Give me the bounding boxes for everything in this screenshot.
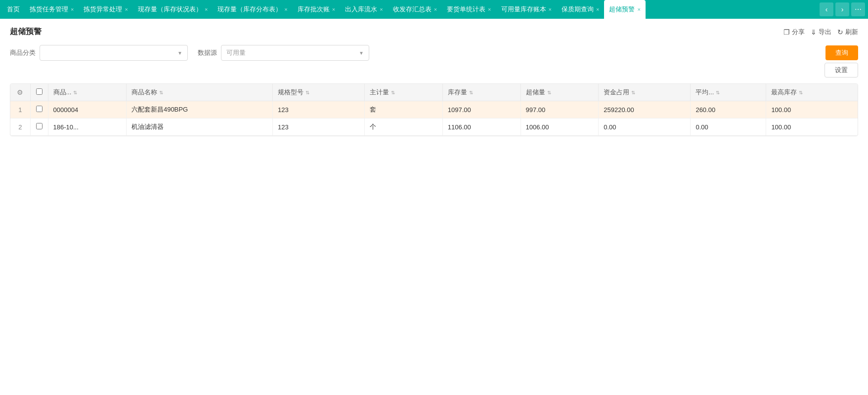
chevron-down-icon: ▼ xyxy=(359,50,364,56)
row-max: 100.00 xyxy=(766,101,858,118)
nav-available[interactable]: 可用量库存账本 × xyxy=(496,0,557,19)
nav-arrows: ‹ › ⋯ xyxy=(819,2,866,16)
close-icon[interactable]: × xyxy=(637,6,640,12)
row-spec: 123 xyxy=(272,101,364,118)
refresh-button[interactable]: ↻ 刷新 xyxy=(837,28,858,37)
sort-icon: ⇅ xyxy=(799,90,803,95)
nav-batch-account[interactable]: 库存批次账 × xyxy=(293,0,340,19)
datasource-label: 数据源 xyxy=(198,48,217,57)
settings-button[interactable]: 设置 xyxy=(825,63,858,78)
row-num: 1 xyxy=(10,101,30,118)
sort-icon: ⇅ xyxy=(73,90,77,95)
table-row: 2 186-10... 机油滤清器 123 个 1106.00 1006.00 … xyxy=(10,118,858,136)
close-icon[interactable]: × xyxy=(125,6,128,12)
row-num: 2 xyxy=(10,118,30,136)
row-capital: 0.00 xyxy=(599,118,691,136)
category-select[interactable]: ▼ xyxy=(40,45,188,61)
nav-next-btn[interactable]: › xyxy=(835,2,849,16)
sort-icon: ⇅ xyxy=(469,90,473,95)
row-spec: 123 xyxy=(272,118,364,136)
nav-inventory-dist[interactable]: 现存量（库存分布表） × xyxy=(213,0,292,19)
row-avg: 0.00 xyxy=(691,118,766,136)
close-icon[interactable]: × xyxy=(205,6,208,12)
gear-icon[interactable]: ⚙ xyxy=(17,88,23,96)
row-stock: 1106.00 xyxy=(442,118,521,136)
sort-icon: ⇅ xyxy=(547,90,551,95)
row-max: 100.00 xyxy=(766,118,858,136)
category-filter-group: 商品分类 ▼ xyxy=(10,45,188,61)
close-icon[interactable]: × xyxy=(71,6,74,12)
row-checkbox-cell xyxy=(30,118,48,136)
nav-exception[interactable]: 拣货异常处理 × xyxy=(79,0,132,19)
close-icon[interactable]: × xyxy=(434,6,437,12)
category-label: 商品分类 xyxy=(10,48,36,57)
th-settings: ⚙ xyxy=(10,84,30,101)
th-max: 最高库存 ⇅ xyxy=(766,84,858,101)
row-code: 186-10... xyxy=(48,118,126,136)
sort-icon: ⇅ xyxy=(391,90,395,95)
row-stock: 1097.00 xyxy=(442,101,521,118)
page-header: 超储预警 ❐ 分享 ⇓ 导出 ↻ 刷新 xyxy=(10,27,858,37)
close-icon[interactable]: × xyxy=(488,6,491,12)
nav-task-mgmt[interactable]: 拣货任务管理 × xyxy=(25,0,79,19)
close-icon[interactable]: × xyxy=(380,6,383,12)
datasource-select-value: 可用量 xyxy=(226,48,246,57)
nav-more-btn[interactable]: ⋯ xyxy=(851,2,865,16)
row-checkbox[interactable] xyxy=(36,123,43,129)
row-unit: 套 xyxy=(365,101,443,118)
row-name: 六配套新昌490BPG xyxy=(126,101,272,118)
share-button[interactable]: ❐ 分享 xyxy=(783,28,805,37)
th-name: 商品名称 ⇅ xyxy=(126,84,272,101)
page-content: 超储预警 ❐ 分享 ⇓ 导出 ↻ 刷新 商品分类 ▼ xyxy=(0,19,868,144)
row-over: 1006.00 xyxy=(521,118,599,136)
th-avg: 平均... ⇅ xyxy=(691,84,766,101)
sort-icon: ⇅ xyxy=(716,90,720,95)
row-checkbox[interactable] xyxy=(36,106,43,112)
row-unit: 个 xyxy=(365,118,443,136)
nav-home[interactable]: 首页 xyxy=(2,0,25,19)
export-icon: ⇓ xyxy=(811,28,817,36)
nav-overstock[interactable]: 超储预警 × xyxy=(604,0,645,19)
share-icon: ❐ xyxy=(783,28,790,36)
header-actions: ❐ 分享 ⇓ 导出 ↻ 刷新 xyxy=(783,28,858,37)
row-avg: 260.00 xyxy=(691,101,766,118)
nav-expiry[interactable]: 保质期查询 × xyxy=(557,0,604,19)
row-code: 0000004 xyxy=(48,101,126,118)
th-spec: 规格型号 ⇅ xyxy=(272,84,364,101)
nav-prev-btn[interactable]: ‹ xyxy=(820,2,833,16)
filter-actions: 查询 xyxy=(825,45,858,60)
sort-icon: ⇅ xyxy=(631,90,635,95)
row-capital: 259220.00 xyxy=(599,101,691,118)
query-button[interactable]: 查询 xyxy=(825,45,858,60)
datasource-select[interactable]: 可用量 ▼ xyxy=(221,45,369,61)
filter-area: 商品分类 ▼ 数据源 可用量 ▼ 查询 设置 xyxy=(10,45,858,78)
row-checkbox-cell xyxy=(30,101,48,118)
close-icon[interactable]: × xyxy=(549,6,552,12)
nav-flow[interactable]: 出入库流水 × xyxy=(340,0,388,19)
th-code: 商品... ⇅ xyxy=(48,84,126,101)
nav-order-stats[interactable]: 要货单统计表 × xyxy=(442,0,496,19)
close-icon[interactable]: × xyxy=(332,6,335,12)
top-nav: 首页 拣货任务管理 × 拣货异常处理 × 现存量（库存状况表） × 现存量（库存… xyxy=(0,0,868,19)
close-icon[interactable]: × xyxy=(284,6,287,12)
nav-summary[interactable]: 收发存汇总表 × xyxy=(388,0,442,19)
select-all-checkbox[interactable] xyxy=(36,88,43,95)
th-checkbox xyxy=(30,84,48,101)
chevron-down-icon: ▼ xyxy=(177,50,182,56)
page-title: 超储预警 xyxy=(10,27,42,37)
row-name: 机油滤清器 xyxy=(126,118,272,136)
filter-main-row: 商品分类 ▼ 数据源 可用量 ▼ 查询 xyxy=(10,45,858,61)
th-capital: 资金占用 ⇅ xyxy=(599,84,691,101)
refresh-icon: ↻ xyxy=(837,28,843,36)
close-icon[interactable]: × xyxy=(596,6,599,12)
sort-icon: ⇅ xyxy=(305,90,309,95)
table-header-row: ⚙ 商品... ⇅ 商品名称 ⇅ xyxy=(10,84,858,101)
th-unit: 主计量 ⇅ xyxy=(365,84,443,101)
sort-icon: ⇅ xyxy=(159,90,163,95)
th-stock: 库存量 ⇅ xyxy=(442,84,521,101)
row-over: 997.00 xyxy=(521,101,599,118)
table-row: 1 0000004 六配套新昌490BPG 123 套 1097.00 997.… xyxy=(10,101,858,118)
nav-inventory-status[interactable]: 现存量（库存状况表） × xyxy=(133,0,213,19)
export-button[interactable]: ⇓ 导出 xyxy=(811,28,831,37)
th-over: 超储量 ⇅ xyxy=(521,84,599,101)
